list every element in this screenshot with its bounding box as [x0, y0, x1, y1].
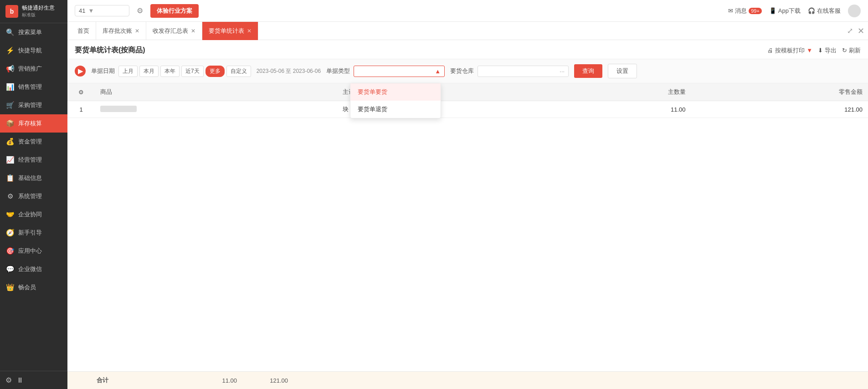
handshake-icon: 🤝 [5, 210, 15, 219]
type-dropdown-arrow-icon: ▲ [435, 68, 441, 75]
headset-icon: 🎧 [808, 7, 815, 14]
dropdown-item-order-goods[interactable]: 要货单要货 [350, 83, 441, 101]
print-label: 按模板打印 [775, 46, 805, 55]
megaphone-icon: 📢 [5, 64, 15, 73]
sidebar-item-system[interactable]: ⚙ 系统管理 [0, 187, 67, 205]
date-btn-custom[interactable]: 自定义 [226, 66, 251, 77]
date-range-display: 2023-05-06 至 2023-06-06 [257, 67, 321, 75]
sidebar-footer: ⚙ ⏸ [0, 371, 67, 389]
clipboard-icon: 📋 [5, 174, 15, 183]
type-filter-input[interactable]: ▲ [354, 66, 445, 77]
sidebar-item-member[interactable]: 👑 畅会员 [0, 278, 67, 297]
warehouse-filter-input[interactable]: ··· [478, 66, 569, 77]
row-qty: 11.00 [544, 101, 691, 118]
warehouse-dots-icon[interactable]: ··· [560, 68, 565, 75]
table-footer: 合计 11.00 121.00 [67, 371, 868, 389]
type-dropdown: 要货单要货 要货单退货 [350, 83, 441, 118]
sidebar-item-sales[interactable]: 📊 销售管理 [0, 78, 67, 96]
date-btn-last-month[interactable]: 上月 [118, 66, 138, 77]
app-logo: b 畅捷通好生意 标准版 [0, 0, 67, 23]
close-tab-button[interactable]: ✕ [858, 26, 864, 36]
filter-toggle-button[interactable]: ▶ [75, 66, 86, 77]
dropdown-item-order-return[interactable]: 要货单退货 [350, 101, 441, 118]
online-service-action[interactable]: 🎧 在线客服 [808, 7, 841, 15]
page-actions: 🖨 按模板打印 ▼ ⬇ 导出 ↻ 刷新 [767, 46, 861, 55]
date-btn-more[interactable]: 更多 [205, 66, 225, 77]
store-selector[interactable]: 41 ▼ [75, 5, 129, 16]
gear-settings-icon[interactable]: ⚙ [137, 6, 143, 15]
company-name: 畅捷通好生意 [22, 5, 55, 12]
sidebar-item-label: 新手引导 [18, 229, 42, 237]
footer-total-qty: 11.00 [197, 377, 242, 384]
tab-label: 收发存汇总表 [153, 27, 188, 35]
tab-close-icon[interactable]: ✕ [191, 28, 195, 34]
sidebar-item-inventory[interactable]: 📦 库存核算 [0, 114, 67, 133]
row-product [95, 101, 337, 118]
chat-icon: 💬 [5, 265, 15, 274]
sidebar-item-wechat[interactable]: 💬 企业微信 [0, 260, 67, 278]
tab-inventory-batch[interactable]: 库存批次账 ✕ [96, 22, 146, 40]
compass-icon: 🧭 [5, 228, 15, 237]
export-icon: ⬇ [818, 47, 823, 54]
sidebar-item-finance[interactable]: 💰 资金管理 [0, 133, 67, 151]
collapse-button[interactable]: ⏸ [16, 376, 24, 384]
dropdown-arrow-icon: ▼ [88, 7, 94, 14]
refresh-icon: ↻ [842, 47, 847, 54]
cart-icon: 🛒 [5, 101, 15, 110]
sidebar-item-search[interactable]: 🔍 搜索菜单 [0, 23, 67, 41]
tab-label: 要货单统计表 [209, 27, 244, 35]
sidebar-item-basicinfo[interactable]: 📋 基础信息 [0, 169, 67, 187]
sidebar-item-label: 快捷导航 [18, 46, 42, 55]
top-bar: 41 ▼ ⚙ 体验行业方案 ✉ 消息 99+ 📱 App下载 🎧 在线客服 [67, 0, 868, 22]
sidebar-item-purchase[interactable]: 🛒 采购管理 [0, 96, 67, 114]
sidebar-item-marketing[interactable]: 📢 营销推广 [0, 60, 67, 78]
user-avatar[interactable] [848, 5, 861, 17]
warehouse-input-value [482, 68, 513, 75]
query-button[interactable]: 查询 [574, 64, 602, 78]
main-area: 41 ▼ ⚙ 体验行业方案 ✉ 消息 99+ 📱 App下载 🎧 在线客服 [67, 0, 868, 389]
online-service-label: 在线客服 [817, 7, 841, 15]
row-amount: 121.00 [691, 101, 868, 118]
sidebar-item-quicknav[interactable]: ⚡ 快捷导航 [0, 41, 67, 60]
money-icon: 💰 [5, 137, 15, 146]
tab-close-icon[interactable]: ✕ [135, 28, 139, 34]
messages-action[interactable]: ✉ 消息 99+ [728, 7, 762, 15]
refresh-action[interactable]: ↻ 刷新 [842, 46, 861, 55]
tab-order-stats[interactable]: 要货单统计表 ✕ [202, 22, 258, 40]
trial-button[interactable]: 体验行业方案 [150, 4, 199, 18]
sidebar-item-business[interactable]: 📈 经营管理 [0, 151, 67, 169]
col-header-settings[interactable]: ⚙ [67, 83, 95, 101]
print-icon: 🖨 [767, 47, 773, 54]
footer-total-amount: 121.00 [242, 377, 288, 384]
app-download-action[interactable]: 📱 App下载 [769, 7, 801, 15]
box-icon: 📦 [5, 119, 15, 128]
sidebar-item-enterprise[interactable]: 🤝 企业协同 [0, 205, 67, 224]
settings-button[interactable]: 设置 [608, 64, 637, 78]
tab-home[interactable]: 首页 [71, 22, 96, 40]
gear-icon: ⚙ [5, 192, 15, 201]
print-arrow-icon: ▼ [806, 47, 812, 54]
sidebar-item-label: 企业微信 [18, 265, 42, 273]
date-btn-last-7-days[interactable]: 近7天 [181, 66, 204, 77]
tab-resize-button[interactable]: ⤢ [844, 26, 856, 35]
sidebar-item-appcenter[interactable]: 🎯 应用中心 [0, 242, 67, 260]
type-filter-label: 单据类型 [326, 67, 350, 75]
footer-total-label: 合计 [97, 376, 197, 384]
date-btn-this-year[interactable]: 本年 [160, 66, 180, 77]
print-action[interactable]: 🖨 按模板打印 ▼ [767, 46, 812, 55]
search-icon: 🔍 [5, 28, 15, 37]
message-icon: ✉ [728, 7, 733, 14]
page-title: 要货单统计表(按商品) [75, 46, 145, 55]
tab-inout-summary[interactable]: 收发存汇总表 ✕ [146, 22, 202, 40]
tab-label: 首页 [77, 27, 89, 35]
settings-button[interactable]: ⚙ [5, 376, 12, 384]
sidebar-item-label: 经营管理 [18, 156, 42, 164]
export-action[interactable]: ⬇ 导出 [818, 46, 837, 55]
sidebar-item-newbie[interactable]: 🧭 新手引导 [0, 224, 67, 242]
date-filter-section: 单据日期 上月 本月 本年 近7天 更多 自定义 2023-05-06 至 20… [91, 66, 321, 77]
tab-close-icon[interactable]: ✕ [247, 28, 252, 34]
logo-icon: b [5, 5, 18, 18]
date-btn-this-month[interactable]: 本月 [139, 66, 159, 77]
top-bar-right: ✉ 消息 99+ 📱 App下载 🎧 在线客服 [728, 5, 861, 17]
col-header-amount: 零售金额 [691, 83, 868, 101]
